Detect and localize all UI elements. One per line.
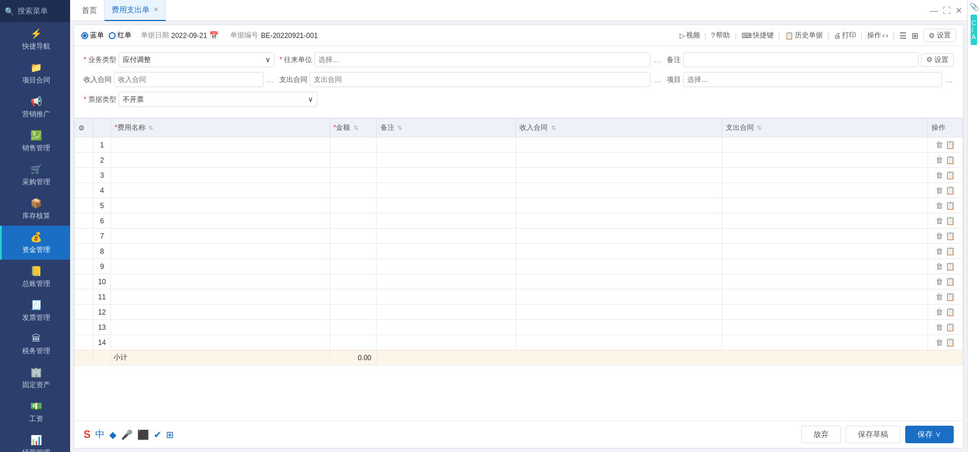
sidebar-search[interactable]: 🔍 搜索菜单: [0, 0, 70, 22]
abandon-button[interactable]: 放弃: [801, 426, 841, 443]
row-amount-7[interactable]: [330, 229, 376, 244]
project-dots[interactable]: ...: [944, 75, 954, 84]
row-income-contract-9[interactable]: [516, 259, 722, 274]
window-max-button[interactable]: ⛶: [943, 6, 951, 15]
row-expense-name-3[interactable]: [111, 168, 330, 183]
history-button[interactable]: 📋 历史单据: [785, 30, 823, 40]
row-remark-3[interactable]: [376, 168, 516, 183]
copy-icon-4[interactable]: 📋: [946, 186, 955, 195]
diamond-icon[interactable]: ◆: [109, 429, 116, 440]
row-amount-8[interactable]: [330, 244, 376, 259]
row-income-contract-5[interactable]: [516, 198, 722, 213]
delete-icon-11[interactable]: 🗑: [936, 292, 943, 301]
right-panel-clip-icon[interactable]: 📎: [969, 2, 979, 11]
sidebar-item-sales[interactable]: 💹销售管理: [0, 124, 70, 158]
row-income-contract-12[interactable]: [516, 305, 722, 320]
view-toggle-list[interactable]: ☰: [899, 31, 907, 40]
delete-icon-4[interactable]: 🗑: [936, 186, 943, 195]
col-income-contract-header[interactable]: 收入合同 ⇅: [516, 119, 722, 137]
income-contract-dots[interactable]: ...: [266, 75, 275, 84]
row-expense-name-13[interactable]: [111, 320, 330, 335]
row-amount-1[interactable]: [330, 137, 376, 153]
operation-button[interactable]: 操作 ‹ ›: [867, 30, 888, 40]
row-amount-3[interactable]: [330, 168, 376, 183]
sort-remark[interactable]: ⇅: [397, 125, 402, 131]
row-income-contract-1[interactable]: [516, 137, 722, 153]
delete-icon-1[interactable]: 🗑: [936, 140, 943, 149]
delete-icon-6[interactable]: 🗑: [936, 216, 943, 225]
row-remark-7[interactable]: [376, 229, 516, 244]
row-amount-12[interactable]: [330, 305, 376, 320]
col-expense-contract-header[interactable]: 支出合同 ⇅: [722, 119, 927, 137]
sort-income-contract[interactable]: ⇅: [551, 125, 556, 131]
row-expense-contract-11[interactable]: [722, 289, 927, 305]
row-expense-contract-13[interactable]: [722, 320, 927, 335]
delete-icon-8[interactable]: 🗑: [936, 247, 943, 256]
delete-icon-3[interactable]: 🗑: [936, 171, 943, 180]
col-expense-name-header[interactable]: *费用名称 ⇅: [111, 119, 330, 137]
row-amount-9[interactable]: [330, 259, 376, 274]
row-amount-4[interactable]: [330, 183, 376, 198]
row-remark-5[interactable]: [376, 198, 516, 213]
row-expense-contract-3[interactable]: [722, 168, 927, 183]
blue-bill-radio[interactable]: 蓝单: [81, 30, 104, 40]
row-expense-name-4[interactable]: [111, 183, 330, 198]
video-button[interactable]: ▷ 视频: [680, 30, 700, 40]
red-bill-radio[interactable]: 红单: [109, 30, 131, 40]
row-amount-10[interactable]: [330, 274, 376, 289]
row-expense-contract-4[interactable]: [722, 183, 927, 198]
row-remark-12[interactable]: [376, 305, 516, 320]
tab-home[interactable]: 首页: [75, 0, 105, 21]
print-button[interactable]: 🖨 打印: [834, 30, 856, 40]
grid-icon[interactable]: ⊞: [166, 429, 174, 440]
copy-icon-5[interactable]: 📋: [946, 201, 955, 210]
project-input[interactable]: [683, 72, 942, 87]
row-expense-name-5[interactable]: [111, 198, 330, 213]
sidebar-item-inventory[interactable]: 📦库存核算: [0, 192, 70, 226]
row-income-contract-6[interactable]: [516, 213, 722, 229]
row-expense-contract-2[interactable]: [722, 153, 927, 168]
row-remark-9[interactable]: [376, 259, 516, 274]
row-income-contract-14[interactable]: [516, 335, 722, 350]
row-expense-contract-14[interactable]: [722, 335, 927, 350]
sidebar-item-marketing[interactable]: 📢营销推广: [0, 90, 70, 124]
row-income-contract-8[interactable]: [516, 244, 722, 259]
row-income-contract-11[interactable]: [516, 289, 722, 305]
sort-expense-contract[interactable]: ⇅: [757, 125, 761, 131]
right-panel-green-tab[interactable]: CIA: [971, 15, 978, 45]
copy-icon-3[interactable]: 📋: [946, 171, 955, 180]
biz-type-select[interactable]: 应付调整 ∨: [119, 52, 275, 67]
row-remark-13[interactable]: [376, 320, 516, 335]
copy-icon-12[interactable]: 📋: [946, 308, 955, 316]
copy-icon-6[interactable]: 📋: [946, 216, 955, 225]
row-remark-10[interactable]: [376, 274, 516, 289]
copy-icon-7[interactable]: 📋: [946, 232, 955, 240]
delete-icon-12[interactable]: 🗑: [936, 308, 943, 316]
copy-icon-2[interactable]: 📋: [946, 156, 955, 164]
row-expense-contract-12[interactable]: [722, 305, 927, 320]
view-toggle-grid[interactable]: ⊞: [912, 31, 919, 40]
sidebar-item-project[interactable]: 📁项目合同: [0, 56, 70, 90]
sort-expense-name[interactable]: ⇅: [148, 125, 153, 131]
row-remark-11[interactable]: [376, 289, 516, 305]
sort-amount[interactable]: ⇅: [354, 125, 358, 131]
square-icon[interactable]: ⬛: [137, 429, 149, 440]
row-amount-2[interactable]: [330, 153, 376, 168]
settings-button[interactable]: ⚙ 设置: [923, 29, 956, 42]
row-income-contract-10[interactable]: [516, 274, 722, 289]
row-amount-13[interactable]: [330, 320, 376, 335]
row-expense-contract-6[interactable]: [722, 213, 927, 229]
tab-expense[interactable]: 费用支出单 ✕: [105, 0, 166, 21]
row-expense-name-14[interactable]: [111, 335, 330, 350]
row-expense-name-6[interactable]: [111, 213, 330, 229]
delete-icon-9[interactable]: 🗑: [936, 262, 943, 271]
row-amount-6[interactable]: [330, 213, 376, 229]
expense-contract-dots[interactable]: ...: [653, 75, 662, 84]
copy-icon-1[interactable]: 📋: [946, 140, 955, 149]
sidebar-item-shortcuts[interactable]: ⚡快捷导航: [0, 22, 70, 56]
row-income-contract-3[interactable]: [516, 168, 722, 183]
row-remark-2[interactable]: [376, 153, 516, 168]
delete-icon-13[interactable]: 🗑: [936, 323, 943, 332]
copy-icon-10[interactable]: 📋: [946, 277, 955, 286]
sidebar-item-tax[interactable]: 🏛税务管理: [0, 327, 70, 361]
